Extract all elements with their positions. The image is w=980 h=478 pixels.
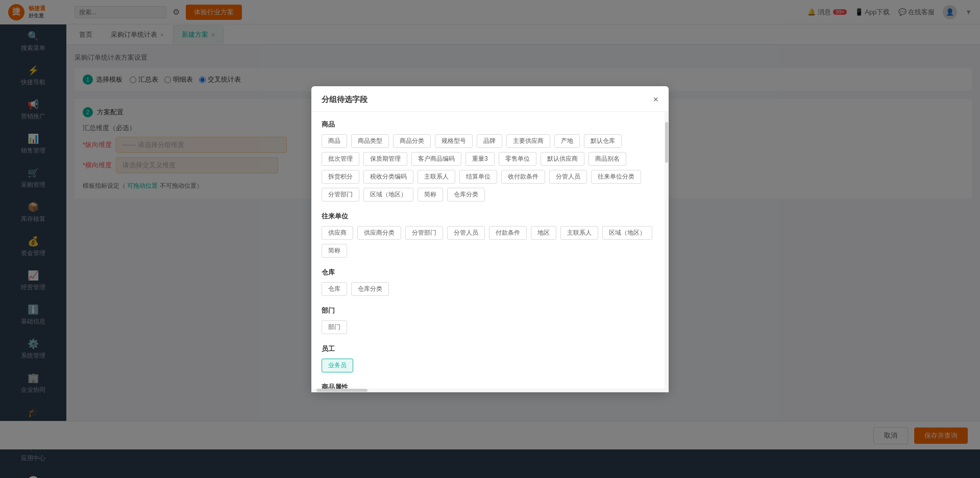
field-tag-jc2[interactable]: 简称 <box>322 244 347 258</box>
field-tag-pp[interactable]: 品牌 <box>477 134 502 148</box>
field-tag-bzqgl[interactable]: 保质期管理 <box>363 152 407 166</box>
field-tag-spbm[interactable]: 商品别名 <box>589 152 626 166</box>
hscroll-thumb <box>316 389 368 392</box>
field-tag-lsdw[interactable]: 零售单位 <box>499 152 536 166</box>
field-tag-fgbm[interactable]: 分管部门 <box>322 188 359 202</box>
field-tag-zlxs2[interactable]: 主联系人 <box>560 226 598 240</box>
field-tags-department: 部门 <box>322 320 654 334</box>
modal-close-button[interactable]: × <box>653 94 658 105</box>
field-tag-jc[interactable]: 简称 <box>418 188 443 202</box>
field-tag-kkfl[interactable]: 仓库分类 <box>447 188 485 202</box>
modal-hscroll <box>311 389 669 392</box>
field-section-product-attr: 商品属性属性颜色多规格尺码鞋码1 <box>322 383 654 389</box>
field-tag-bm[interactable]: 部门 <box>322 320 347 334</box>
field-tag-dq[interactable]: 地区 <box>531 226 556 240</box>
field-tag-zygyg[interactable]: 主要供应商 <box>506 134 550 148</box>
field-section-product: 商品商品商品类型商品分类规格型号品牌主要供应商产地默认仓库批次管理保质期管理客户… <box>322 120 654 202</box>
section-title-employee: 员工 <box>322 344 654 354</box>
field-tag-zlxs[interactable]: 主联系人 <box>418 170 455 184</box>
field-tag-qydq2[interactable]: 区域（地区） <box>602 226 652 240</box>
modal-body[interactable]: 商品商品商品类型商品分类规格型号品牌主要供应商产地默认仓库批次管理保质期管理客户… <box>311 112 665 389</box>
field-tag-gysfl[interactable]: 供应商分类 <box>357 226 401 240</box>
field-tag-mrkk[interactable]: 默认仓库 <box>584 134 622 148</box>
field-tag-khspbm[interactable]: 客户商品编码 <box>411 152 461 166</box>
field-tags-employee: 业务员 <box>322 359 654 372</box>
modal-overlay: 分组待选字段 × 商品商品商品类型商品分类规格型号品牌主要供应商产地默认仓库批次… <box>0 0 980 478</box>
field-tag-zftktj[interactable]: 收付款条件 <box>501 170 545 184</box>
field-tag-sp[interactable]: 商品 <box>322 134 347 148</box>
field-section-employee: 员工业务员 <box>322 344 654 372</box>
field-tag-ssflbm[interactable]: 税收分类编码 <box>363 170 413 184</box>
field-tags-warehouse: 仓库仓库分类 <box>322 282 654 296</box>
field-tag-qydq[interactable]: 区域（地区） <box>363 188 413 202</box>
field-section-department: 部门部门 <box>322 306 654 334</box>
section-title-department: 部门 <box>322 306 654 315</box>
modal-dialog: 分组待选字段 × 商品商品商品类型商品分类规格型号品牌主要供应商产地默认仓库批次… <box>311 86 669 392</box>
field-tag-mrgys[interactable]: 默认供应商 <box>541 152 584 166</box>
field-tag-jsdw[interactable]: 结算单位 <box>459 170 497 184</box>
modal-title: 分组待选字段 <box>322 95 368 105</box>
field-tag-cd[interactable]: 产地 <box>554 134 580 148</box>
field-tag-fgry2[interactable]: 分管人员 <box>447 226 485 240</box>
field-section-warehouse: 仓库仓库仓库分类 <box>322 268 654 296</box>
field-tag-pcgl[interactable]: 批次管理 <box>322 152 359 166</box>
field-tags-product: 商品商品类型商品分类规格型号品牌主要供应商产地默认仓库批次管理保质期管理客户商品… <box>322 134 654 202</box>
modal-header: 分组待选字段 × <box>311 86 669 112</box>
field-tag-spfl[interactable]: 商品分类 <box>393 134 431 148</box>
field-tags-partner: 供应商供应商分类分管部门分管人员付款条件地区主联系人区域（地区）简称 <box>322 226 654 258</box>
field-tag-kkfl2[interactable]: 仓库分类 <box>351 282 389 296</box>
field-tag-fktj[interactable]: 付款条件 <box>489 226 527 240</box>
field-tag-ggxh[interactable]: 规格型号 <box>435 134 473 148</box>
section-title-product: 商品 <box>322 120 654 129</box>
section-title-product-attr: 商品属性 <box>322 383 654 389</box>
field-tag-zl3[interactable]: 重量3 <box>465 152 495 166</box>
modal-scrollbar <box>665 112 669 389</box>
field-tag-gys[interactable]: 供应商 <box>322 226 353 240</box>
field-tag-fgry[interactable]: 分管人员 <box>549 170 587 184</box>
field-tag-kk[interactable]: 仓库 <box>322 282 347 296</box>
section-title-partner: 往来单位 <box>322 212 654 221</box>
field-tag-fgbm2[interactable]: 分管部门 <box>405 226 443 240</box>
scrollbar-thumb <box>665 122 668 163</box>
field-tag-ywy[interactable]: 业务员 <box>322 359 353 372</box>
field-tag-lwdwfl[interactable]: 往来单位分类 <box>591 170 641 184</box>
field-tag-splx[interactable]: 商品类型 <box>351 134 389 148</box>
field-section-partner: 往来单位供应商供应商分类分管部门分管人员付款条件地区主联系人区域（地区）简称 <box>322 212 654 258</box>
section-title-warehouse: 仓库 <box>322 268 654 277</box>
field-tag-thzf[interactable]: 拆货积分 <box>322 170 359 184</box>
